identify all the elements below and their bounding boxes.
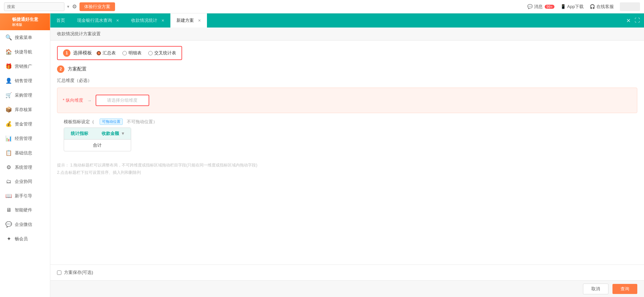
monitor-icon: 🖥 <box>5 207 12 213</box>
home-icon: 🏠 <box>5 49 12 55</box>
dim-select-box[interactable]: 请选择分组维度 <box>96 95 149 106</box>
top-bar-right: 💬 消息 99+ 📱 App下载 🎧 在线客服 <box>527 2 640 11</box>
tab-receipt[interactable]: 收款情况统计 ✕ <box>125 13 170 28</box>
sidebar-item-member[interactable]: ✦ 畅会员 <box>0 232 50 246</box>
top-bar-left: ▾ ⚙ 体验行业方案 <box>4 2 115 11</box>
stat-total-cell: 合计 <box>64 140 131 151</box>
tab-new-plan[interactable]: 新建方案 ✕ <box>170 13 207 28</box>
messages-link[interactable]: 💬 消息 99+ <box>527 4 554 10</box>
dim-section-title: 汇总维度（必选） <box>57 78 637 84</box>
logo-sub: 标准版 <box>12 22 38 27</box>
sidebar-item-label: 销售管理 <box>15 78 32 84</box>
top-bar: ▾ ⚙ 体验行业方案 💬 消息 99+ 📱 App下载 🎧 在线客服 <box>0 0 644 13</box>
sidebar-item-base[interactable]: 📋 基础信息 <box>0 146 50 160</box>
gift-icon: 🎁 <box>5 63 12 69</box>
wechat-icon: 💬 <box>5 221 12 228</box>
tab-new-plan-label: 新建方案 <box>176 17 194 23</box>
tab-home[interactable]: 首页 <box>50 13 71 28</box>
sidebar-item-label: 搜索菜单 <box>15 35 32 41</box>
step2-title: 方案配置 <box>68 66 87 72</box>
search-input[interactable] <box>4 2 64 11</box>
sidebar-item-hardware[interactable]: 🖥 智能硬件 <box>0 203 50 217</box>
save-checkbox[interactable] <box>57 270 61 275</box>
book-icon: 📖 <box>5 193 12 199</box>
sidebar-item-nav[interactable]: 🏠 快捷导航 <box>0 45 50 59</box>
non-draggable-badge: 不可拖动位置） <box>127 119 157 125</box>
indicator-title: 模板指标设定（ <box>64 119 94 125</box>
tab-receipt-close[interactable]: ✕ <box>161 18 164 23</box>
page-title: 收款情况统计方案设置 <box>57 31 101 36</box>
member-icon: ✦ <box>5 236 12 242</box>
cart-icon: 🛒 <box>5 92 12 98</box>
dim-placeholder: 请选择分组维度 <box>107 97 138 103</box>
stat-table: 统计指标 收款金额 ▾ <box>64 128 131 151</box>
sidebar-item-marketing[interactable]: 🎁 营销推广 <box>0 59 50 73</box>
indicator-label-row: 模板指标设定（ 可拖动位置 不可拖动位置） <box>64 118 631 125</box>
settings-gear-icon[interactable]: ⚙ <box>72 3 77 10</box>
sidebar-item-finance[interactable]: 💰 资金管理 <box>0 117 50 131</box>
sidebar-item-label: 快捷导航 <box>15 49 32 55</box>
app-download-link[interactable]: 📱 App下载 <box>560 4 584 10</box>
dropdown-arrow-icon[interactable]: ▾ <box>67 4 69 9</box>
radio-cross[interactable]: 交叉统计表 <box>148 50 176 56</box>
industry-btn[interactable]: 体验行业方案 <box>79 2 115 11</box>
radio-summary-label: 汇总表 <box>103 50 116 56</box>
tab-cashflow[interactable]: 现金银行流水查询 ✕ <box>71 13 125 28</box>
sidebar-item-operation[interactable]: 📊 经营管理 <box>0 131 50 146</box>
sidebar-item-wechat[interactable]: 💬 企业微信 <box>0 217 50 232</box>
sidebar-item-label: 系统管理 <box>15 164 32 170</box>
radio-cross-label: 交叉统计表 <box>154 50 176 56</box>
footer: 取消 查询 <box>50 280 644 297</box>
app-icon: 📱 <box>560 4 566 9</box>
online-service-link[interactable]: 🎧 在线客服 <box>590 4 614 10</box>
sidebar-item-inventory[interactable]: 📦 库存核算 <box>0 102 50 117</box>
page-content: 收款情况统计方案设置 1 选择模板 <box>50 28 644 280</box>
template-radio-group: 汇总表 明细表 交叉统计表 <box>97 50 176 56</box>
gear-icon: ⚙ <box>5 164 12 170</box>
sidebar-item-label: 畅会员 <box>15 236 28 242</box>
user-icon: 👤 <box>5 78 12 84</box>
step1-badge: 1 <box>63 49 70 57</box>
sidebar-item-sales[interactable]: 👤 销售管理 <box>0 73 50 88</box>
dimension-area: * 纵向维度 → 请选择分组维度 <box>57 88 637 113</box>
sidebar-item-label: 新手引导 <box>15 193 32 199</box>
tab-receipt-label: 收款情况统计 <box>131 17 157 23</box>
stat-col-header[interactable]: 收款金额 ▾ <box>95 128 131 140</box>
tab-cashflow-close[interactable]: ✕ <box>116 18 119 23</box>
step1-title: 选择模板 <box>73 50 92 56</box>
sidebar-item-label: 基础信息 <box>15 150 32 156</box>
message-badge: 99+ <box>545 5 554 9</box>
tip-1: 提示： 1.拖动标题栏可以调整布局，不可跨维度或指标区域拖动栏目字段(只能在同一… <box>57 162 637 169</box>
sidebar-item-collab[interactable]: 🗂 企业协同 <box>0 175 50 189</box>
save-option: 方案保存(可选) <box>50 264 644 280</box>
sidebar-item-search[interactable]: 🔍 搜索菜单 <box>0 30 50 45</box>
radio-summary[interactable]: 汇总表 <box>97 50 116 56</box>
step1-section: 1 选择模板 汇总表 明细表 <box>50 41 644 65</box>
cancel-button[interactable]: 取消 <box>583 284 608 294</box>
query-button[interactable]: 查询 <box>612 284 637 294</box>
draggable-badge: 可拖动位置 <box>100 118 123 125</box>
step2-section: 2 方案配置 汇总维度（必选） * 纵向维度 → 请选择分组维度 <box>50 65 644 158</box>
page-inner: 收款情况统计方案设置 1 选择模板 <box>50 28 644 280</box>
logo-text: 畅捷通好生意 <box>12 16 38 22</box>
sidebar-item-guide[interactable]: 📖 新手引导 <box>0 189 50 203</box>
tab-new-plan-close[interactable]: ✕ <box>198 18 201 23</box>
dim-row: * 纵向维度 → 请选择分组维度 <box>63 95 632 106</box>
step2-badge: 2 <box>57 65 64 73</box>
indicator-section: 模板指标设定（ 可拖动位置 不可拖动位置） 统计指标 <box>57 118 637 152</box>
close-window-icon[interactable]: ✕ <box>626 17 631 24</box>
maximize-icon[interactable]: ⛶ <box>635 17 640 23</box>
main-layout: 畅捷通好生意 标准版 🔍 搜索菜单 🏠 快捷导航 🎁 营销推广 👤 销售管理 🛒… <box>0 13 644 297</box>
sidebar-item-label: 企业协同 <box>15 179 32 185</box>
search-icon: 🔍 <box>5 34 12 41</box>
sidebar-item-label: 采购管理 <box>15 92 32 98</box>
user-avatar[interactable] <box>620 2 640 11</box>
sidebar-item-system[interactable]: ⚙ 系统管理 <box>0 160 50 175</box>
page-header: 收款情况统计方案设置 <box>50 28 644 41</box>
col-dropdown-arrow-icon[interactable]: ▾ <box>122 131 124 136</box>
sidebar-logo: 畅捷通好生意 标准版 <box>0 13 50 30</box>
radio-detail[interactable]: 明细表 <box>122 50 142 56</box>
stat-table-wrap: 统计指标 收款金额 ▾ <box>64 128 131 151</box>
tab-cashflow-label: 现金银行流水查询 <box>77 17 112 23</box>
sidebar-item-purchase[interactable]: 🛒 采购管理 <box>0 88 50 102</box>
